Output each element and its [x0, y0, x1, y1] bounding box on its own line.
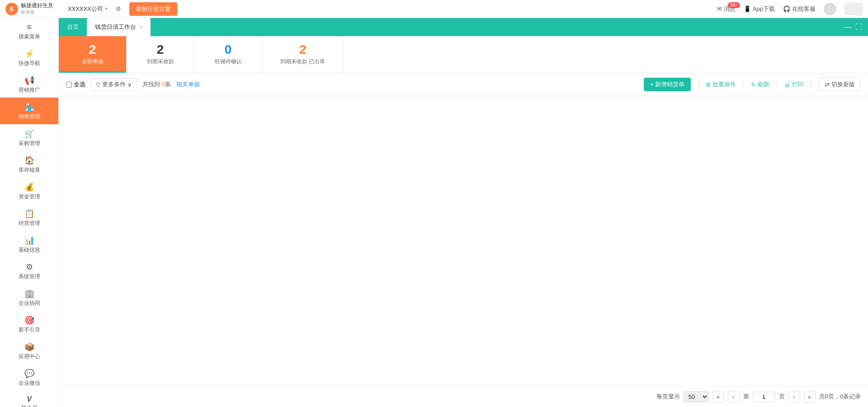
sidebar-item-quick-nav[interactable]: ⚡ 快捷导航	[0, 44, 58, 71]
tab-home-label: 首页	[67, 23, 79, 31]
sidebar-item-marketing[interactable]: 📢 营销推广	[0, 71, 58, 98]
sidebar-item-app-center[interactable]: 📦 应用中心	[0, 337, 58, 364]
content-area: 2 全部单据 2 到期未收款 0 旺铺待确认 2 到期未收款 已出库	[59, 36, 868, 407]
stat-cards-row: 2 全部单据 2 到期未收款 0 旺铺待确认 2 到期未收款 已出库	[59, 36, 868, 73]
finance-icon: 💰	[24, 182, 34, 192]
sidebar-item-label: 畅会员	[21, 404, 38, 407]
sidebar-item-beginner[interactable]: 🎯 新手引导	[0, 311, 58, 337]
refresh-icon: ↻	[751, 81, 756, 88]
sidebar-item-label: 企业微信	[19, 379, 40, 387]
divider3	[777, 81, 777, 88]
per-page-select[interactable]: 50 100 200	[684, 391, 709, 402]
refresh-btn[interactable]: ↻ 刷新	[751, 80, 769, 89]
message-btn[interactable]: ✉ 消息 99+	[717, 5, 736, 13]
app-download-icon: 📱	[744, 5, 751, 12]
headset-icon: 🎧	[783, 5, 790, 12]
batch-btn[interactable]: ⊞ 批量操作	[706, 80, 736, 89]
sidebar-item-label: 销售管理	[19, 113, 40, 121]
prev-page-btn[interactable]: ‹	[728, 391, 740, 402]
tab-expand-area: — ⛶	[844, 23, 868, 31]
page-input[interactable]	[753, 392, 775, 402]
more-filter-btn[interactable]: ▽ 更多条件 ∨	[91, 78, 137, 91]
divider2	[743, 81, 744, 88]
stat-num-overdue: 2	[157, 43, 164, 56]
tab-expand-icon[interactable]: ⛶	[855, 23, 863, 31]
sidebar-item-basic-info[interactable]: 📊 基础信息	[0, 231, 58, 257]
switch-version-btn[interactable]: ⇄ 切换新版	[819, 78, 861, 91]
topbar-right: ✉ 消息 99+ 📱 App下载 🎧 在线客服	[717, 3, 863, 15]
topbar: 6 畅捷通好生意 标准版 XXXXXX公司 ▾ ⚙ 体验行业方案 ✉ 消息 99…	[0, 0, 868, 18]
stat-card-overdue[interactable]: 2 到期未收款	[127, 36, 194, 73]
sidebar-item-member[interactable]: V 畅会员	[0, 391, 58, 407]
user-name-area[interactable]	[844, 3, 863, 15]
sidebar-item-search-menu[interactable]: ≡ 搜索菜单	[0, 18, 58, 44]
sidebar-item-wechat[interactable]: 💬 企业微信	[0, 364, 58, 391]
more-filter-label: 更多条件	[102, 80, 126, 89]
divider4	[811, 81, 811, 88]
select-all-checkbox[interactable]: 全选	[66, 80, 85, 89]
logo-text-block: 畅捷通好生意 标准版	[21, 2, 53, 16]
page-suffix: 页	[779, 393, 785, 401]
print-icon: 🖨	[784, 81, 790, 88]
toolbar-left: 全选 ▽ 更多条件 ∨ 共找到 0条 相关单据	[66, 78, 638, 91]
member-icon: V	[27, 395, 32, 403]
stat-card-overdue-out[interactable]: 2 到期未收款 已出库	[262, 36, 344, 73]
search-menu-icon: ≡	[27, 23, 32, 32]
logo: 6 畅捷通好生意 标准版	[5, 2, 64, 16]
sidebar-item-operation[interactable]: 📋 经营管理	[0, 204, 58, 231]
chevron-down-icon: ▾	[105, 6, 108, 12]
settings-icon[interactable]: ⚙	[112, 3, 125, 15]
stat-label-overdue: 到期未收款	[147, 58, 174, 65]
tab-minimize-icon[interactable]: —	[844, 23, 852, 31]
sidebar-item-inventory[interactable]: 🏠 库存核算	[0, 151, 58, 178]
basic-info-icon: 📊	[24, 235, 34, 245]
stat-card-all[interactable]: 2 全部单据	[59, 36, 127, 73]
first-page-btn[interactable]: «	[712, 391, 724, 402]
online-service-btn[interactable]: 🎧 在线客服	[783, 5, 816, 13]
tab-workbench[interactable]: 钱货日清工作台 ×	[87, 18, 151, 36]
sidebar-item-purchase[interactable]: 🛒 采购管理	[0, 124, 58, 151]
new-sale-btn[interactable]: + 新增销货单	[644, 78, 691, 91]
sidebar-item-sales[interactable]: 🏪 销售管理	[0, 98, 58, 124]
sidebar-item-finance[interactable]: 💰 资金管理	[0, 178, 58, 204]
layout: ≡ 搜索菜单 ⚡ 快捷导航 📢 营销推广 🏪 销售管理 🛒 采购管理 🏠 库存核…	[0, 18, 868, 407]
logo-icon: 6	[5, 3, 18, 15]
table-area	[59, 96, 868, 386]
experience-btn[interactable]: 体验行业方案	[129, 2, 177, 16]
stat-underline	[59, 71, 126, 73]
sidebar-item-label: 快捷导航	[19, 60, 40, 67]
app-download-btn[interactable]: 📱 App下载	[744, 5, 775, 13]
inventory-icon: 🏠	[24, 155, 34, 165]
company-selector[interactable]: XXXXXX公司 ▾	[68, 5, 108, 13]
toolbar-right: + 新增销货单 ⊞ 批量操作 ↻ 刷新 🖨 打印	[644, 78, 861, 91]
related-link[interactable]: 相关单据	[176, 80, 200, 89]
online-service-label: 在线客服	[792, 5, 816, 13]
avatar[interactable]	[824, 3, 836, 15]
sidebar-item-label: 经营管理	[19, 220, 40, 227]
purchase-icon: 🛒	[24, 129, 34, 139]
app-download-label: App下载	[753, 5, 775, 13]
main-area: 首页 钱货日清工作台 × — ⛶ 2 全部单据 2	[59, 18, 868, 407]
pagination: 每页显示 50 100 200 « ‹ 第 页 › » 共0页，0条记录	[59, 386, 868, 407]
operation-icon: 📋	[24, 209, 34, 219]
page-label: 第	[743, 393, 749, 401]
enterprise-icon: 🏢	[24, 289, 34, 299]
sidebar-item-label: 库存核算	[19, 166, 40, 174]
sidebar-item-system[interactable]: ⚙ 系统管理	[0, 257, 58, 284]
last-page-btn[interactable]: »	[804, 391, 816, 402]
marketing-icon: 📢	[24, 75, 34, 85]
tab-close-icon[interactable]: ×	[140, 24, 142, 30]
next-page-btn[interactable]: ›	[788, 391, 800, 402]
sidebar-item-label: 营销推广	[19, 86, 40, 94]
tab-home[interactable]: 首页	[59, 18, 87, 36]
sidebar-item-enterprise[interactable]: 🏢 企业协同	[0, 284, 58, 311]
select-all-label: 全选	[74, 80, 85, 89]
message-badge: 99+	[728, 2, 740, 8]
stat-card-pending[interactable]: 0 旺铺待确认	[194, 36, 262, 73]
batch-icon: ⊞	[706, 81, 711, 88]
sidebar-item-label: 新手引导	[19, 326, 40, 334]
tabs-bar: 首页 钱货日清工作台 × — ⛶	[59, 18, 868, 36]
select-all-input[interactable]	[66, 82, 72, 88]
sidebar-item-label: 采购管理	[19, 140, 40, 147]
print-btn[interactable]: 🖨 打印	[784, 80, 804, 89]
